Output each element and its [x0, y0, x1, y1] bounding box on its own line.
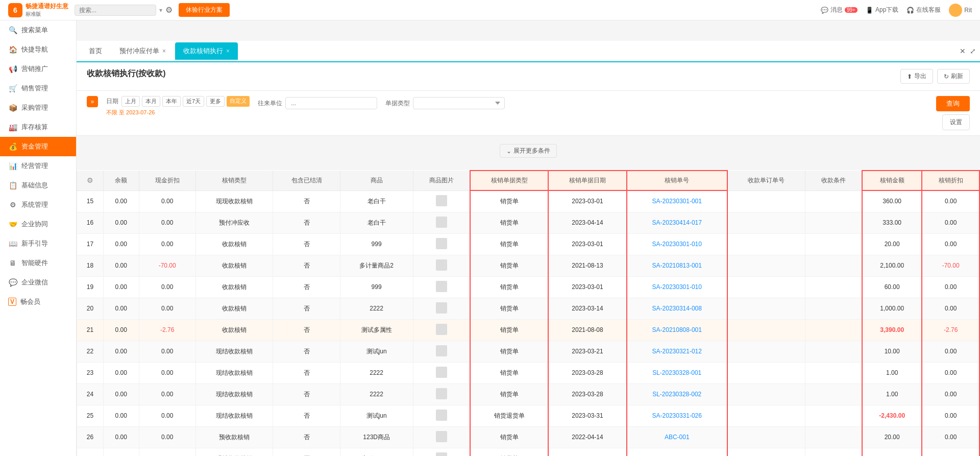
sidebar-item-quick-nav[interactable]: 🏠 快捷导航	[0, 40, 76, 59]
industry-btn[interactable]: 休验行业方案	[179, 3, 230, 17]
tab-close-prepay[interactable]: ×	[162, 47, 166, 55]
top-bar-icons: 💬 消息 99+ 📱 App下载 🎧 在线客服 Rit	[821, 4, 972, 17]
writeoff-doc-link[interactable]: ABC-001	[665, 434, 690, 441]
td-writeoff-type: 预付冲应收	[195, 212, 273, 233]
th-cash-discount: 现金折扣	[139, 171, 195, 190]
tab-bar-actions: ✕ ⤢	[960, 47, 976, 55]
sidebar-item-label: 经营管理	[21, 161, 48, 171]
date-this-year-btn[interactable]: 本年	[162, 96, 181, 107]
sidebar-item-hardware[interactable]: 🖥 智能硬件	[0, 253, 76, 273]
sidebar-item-label: 搜索菜单	[21, 26, 48, 35]
online-service-btn[interactable]: 🎧 在线客服	[906, 6, 941, 14]
td-balance: 0.00	[103, 212, 139, 233]
td-writeoff-doc-date: 2023-03-01	[548, 190, 627, 212]
logo-area: 6 畅捷通谱好生意 标准版	[8, 2, 68, 18]
sidebar-item-operations[interactable]: 📊 经营管理	[0, 156, 76, 176]
tab-close-writeoff[interactable]: ×	[226, 47, 230, 55]
writeoff-doc-link[interactable]: SA-20230301-001	[652, 198, 702, 205]
tab-close-all-btn[interactable]: ✕	[960, 47, 966, 55]
expand-conditions-label: 展开更多条件	[513, 147, 550, 155]
sidebar-item-marketing[interactable]: 📢 营销推广	[0, 59, 76, 79]
td-writeoff-doc-type: 销货单	[470, 426, 549, 448]
sidebar-item-finance[interactable]: 💰 资金管理	[0, 137, 76, 156]
td-receipt-order-no	[727, 405, 805, 426]
writeoff-doc-link[interactable]: SA-20230301-010	[652, 241, 702, 248]
th-setting[interactable]: ⚙	[77, 171, 104, 190]
td-writeoff-doc-no: SA-20210808-001	[627, 319, 727, 341]
td-cash-discount: 0.00	[139, 448, 195, 456]
date-more-btn[interactable]: 更多	[206, 96, 225, 107]
voucher-type-select[interactable]	[413, 97, 505, 109]
sidebar-item-label: 营销推广	[21, 64, 48, 74]
finance-icon: 💰	[8, 142, 17, 151]
export-btn[interactable]: ⬆ 导出	[900, 69, 933, 84]
table-row: 24 0.00 0.00 现结收款核销 否 2222 销货单 2023-03-2…	[77, 383, 980, 405]
writeoff-doc-link[interactable]: SA-20230331-026	[652, 412, 702, 419]
writeoff-doc-link[interactable]: SA-20230414-017	[652, 219, 702, 226]
tab-prepay[interactable]: 预付冲应付单 ×	[111, 42, 174, 60]
app-download-btn[interactable]: 📱 App下载	[866, 6, 898, 14]
tab-home[interactable]: 首页	[81, 42, 110, 60]
sidebar-item-sales[interactable]: 🛒 销售管理	[0, 79, 76, 98]
user-name: Rit	[964, 7, 972, 14]
td-product-img	[413, 362, 470, 383]
date-7days-btn[interactable]: 近7天	[183, 96, 204, 107]
td-writeoff-doc-no: SA-20230301-010	[627, 276, 727, 298]
user-area[interactable]: Rit	[949, 4, 972, 17]
sidebar-item-member[interactable]: V 畅会员	[0, 292, 76, 311]
td-receipt-order-no	[727, 383, 805, 405]
writeoff-doc-link[interactable]: SA-20210813-001	[652, 262, 702, 269]
sidebar-item-purchase[interactable]: 📦 采购管理	[0, 98, 76, 117]
td-writeoff-discount: 0.00	[922, 405, 979, 426]
writeoff-doc-link[interactable]: SA-20230321-012	[652, 348, 702, 355]
table-container: ⚙ 余额 现金折扣 核销类型 包含已结清 商品 商品图片 核销单据类型 核销单据…	[77, 170, 980, 456]
tab-writeoff[interactable]: 收款核销执行 ×	[175, 42, 238, 60]
td-no: 27	[77, 448, 104, 456]
writeoff-doc-link[interactable]: SL-20230328-002	[652, 391, 701, 398]
date-this-month-btn[interactable]: 本月	[142, 96, 160, 107]
td-writeoff-amount: 360.00	[862, 190, 922, 212]
col-settings-icon[interactable]: ⚙	[87, 176, 93, 184]
td-product: 测试jun	[340, 341, 413, 362]
td-product-img	[413, 405, 470, 426]
sidebar-item-label: 采购管理	[21, 103, 48, 112]
td-product: 衣服00001	[340, 448, 413, 456]
td-cash-discount: 0.00	[139, 426, 195, 448]
sidebar-item-wechat[interactable]: 💬 企业微信	[0, 273, 76, 292]
td-writeoff-amount: 1.00	[862, 362, 922, 383]
td-balance: 0.00	[103, 255, 139, 276]
sidebar-item-label: 资金管理	[21, 142, 48, 151]
writeoff-doc-link[interactable]: SA-20210808-001	[652, 326, 702, 333]
sidebar-item-enterprise[interactable]: 🤝 企业协同	[0, 214, 76, 234]
sidebar-item-system[interactable]: ⚙ 系统管理	[0, 195, 76, 214]
td-receipt-order-no	[727, 276, 805, 298]
expand-filter-btn[interactable]: »	[87, 96, 98, 107]
td-no: 25	[77, 405, 104, 426]
settings-icon[interactable]: ⚙	[165, 5, 173, 15]
sidebar-item-label: 畅会员	[20, 297, 40, 306]
td-writeoff-doc-type: 销货单	[470, 362, 549, 383]
counterpart-input[interactable]	[285, 97, 377, 109]
writeoff-doc-link[interactable]: SA-20230314-008	[652, 305, 702, 312]
writeoff-doc-link[interactable]: SL-20230328-001	[652, 369, 701, 376]
td-product-img	[413, 233, 470, 255]
sidebar-item-guide[interactable]: 📖 新手引导	[0, 234, 76, 253]
messages-btn[interactable]: 💬 消息 99+	[821, 6, 857, 14]
td-balance: 0.00	[103, 319, 139, 341]
td-writeoff-doc-date: 2023-03-28	[548, 383, 627, 405]
td-receipt-order-no	[727, 212, 805, 233]
refresh-btn[interactable]: ↻ 刷新	[937, 69, 970, 84]
settings-btn[interactable]: 设置	[942, 114, 970, 130]
sidebar-item-search[interactable]: 🔍 搜索菜单	[0, 20, 76, 40]
breadcrumb-input[interactable]	[75, 5, 156, 16]
expand-conditions-btn[interactable]: ⌄ 展开更多条件	[500, 144, 557, 158]
sidebar-item-basic[interactable]: 📋 基础信息	[0, 176, 76, 195]
td-writeoff-amount: 20.00	[862, 426, 922, 448]
tab-expand-btn[interactable]: ⤢	[970, 47, 976, 55]
voucher-type-filter: 单据类型	[385, 97, 505, 109]
sidebar-item-inventory[interactable]: 🏭 库存核算	[0, 117, 76, 137]
avatar	[949, 4, 962, 17]
date-last-month-btn[interactable]: 上月	[121, 96, 140, 107]
query-btn[interactable]: 查询	[936, 96, 970, 111]
writeoff-doc-link[interactable]: SA-20230301-010	[652, 283, 702, 291]
